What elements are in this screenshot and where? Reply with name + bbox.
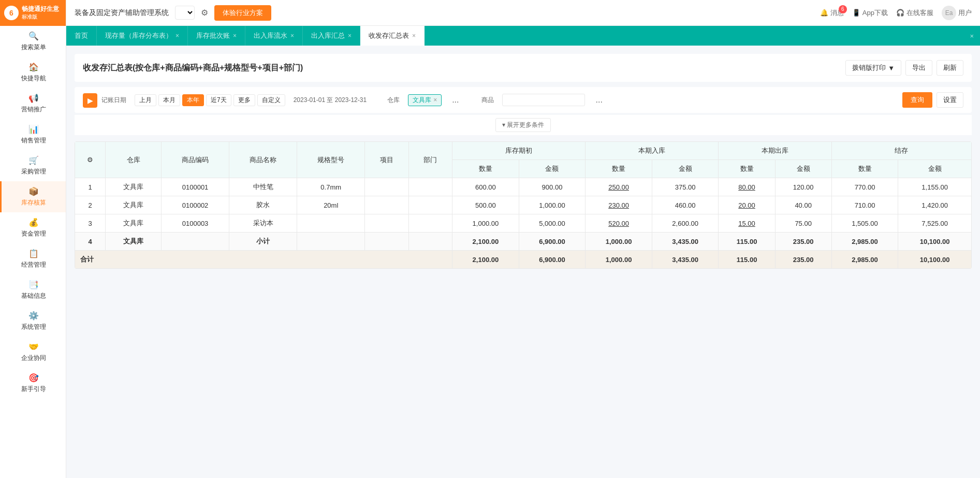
- query-button[interactable]: 查询: [902, 92, 932, 108]
- user-item[interactable]: Ea 用户: [942, 6, 972, 20]
- messages-item[interactable]: 🔔 消息 6: [820, 8, 844, 18]
- goods-input[interactable]: [502, 94, 585, 106]
- cell-open-qty: 600.00: [452, 178, 519, 196]
- cell-in-qty: 1,000.00: [586, 233, 652, 251]
- tab-close-inout-summary[interactable]: ×: [348, 32, 352, 39]
- headset-icon: 🎧: [896, 9, 904, 17]
- cell-in-qty[interactable]: 520.00: [586, 214, 652, 233]
- th-gear[interactable]: ⚙: [75, 142, 106, 178]
- cell-in-qty-link[interactable]: 520.00: [608, 220, 629, 227]
- expand-more-bar: ▾ 展开更多条件: [75, 115, 972, 135]
- th-goods-code: 商品编码: [162, 142, 229, 178]
- sidebar-item-label: 营销推广: [21, 105, 46, 114]
- tab-inout-flow[interactable]: 出入库流水 ×: [245, 26, 303, 46]
- tab-close-receipt-summary[interactable]: ×: [412, 32, 416, 39]
- sidebar-item-guide[interactable]: 🎯 新手引导: [0, 368, 66, 399]
- filter-bar: ▶ 记账日期 上月 本月 本年 近7天 更多 自定义 2023-01-01 至 …: [75, 87, 972, 113]
- logo-title: 畅捷通好生意: [22, 5, 59, 13]
- cell-in-amt: 460.00: [652, 196, 719, 214]
- tabbar-close-btn[interactable]: ×: [963, 27, 980, 45]
- cell-bal-qty: 710.00: [831, 196, 898, 214]
- sidebar-item-finance[interactable]: 💰 资金管理: [0, 212, 66, 243]
- system-icon: ⚙️: [28, 311, 39, 321]
- print-button[interactable]: 拨销版打印 ▼: [845, 60, 901, 76]
- sidebar-item-collab[interactable]: 🤝 企业协同: [0, 337, 66, 368]
- th-group-opening: 库存期初: [452, 142, 586, 160]
- date-btn-this-month[interactable]: 本月: [158, 94, 180, 106]
- warehouse-tag-close[interactable]: ×: [433, 96, 437, 104]
- tab-home[interactable]: 首页: [66, 26, 97, 46]
- basicinfo-icon: 📑: [28, 280, 39, 289]
- footer-out-amt: 235.00: [775, 251, 831, 269]
- date-btn-last-month[interactable]: 上月: [135, 94, 156, 106]
- cell-in-qty[interactable]: 250.00: [586, 178, 652, 196]
- sidebar-item-system[interactable]: ⚙️ 系统管理: [0, 306, 66, 337]
- cell-in-amt: 3,435.00: [652, 233, 719, 251]
- main-area: 装备及固定资产辅助管理系统 ⚙ 体验行业方案 🔔 消息 6 📱 App下载 🎧 …: [66, 0, 980, 478]
- topbar-left: 装备及固定资产辅助管理系统 ⚙ 体验行业方案: [75, 5, 271, 21]
- tab-receipt-summary[interactable]: 收发存汇总表 ×: [360, 26, 425, 46]
- th-open-qty: 数量: [452, 160, 519, 178]
- sidebar-item-basicinfo[interactable]: 📑 基础信息: [0, 274, 66, 306]
- cell-goods-spec: 20ml: [297, 196, 365, 214]
- sidebar-item-purchase[interactable]: 🛒 采购管理: [0, 150, 66, 181]
- guide-icon: 🎯: [28, 373, 39, 383]
- sidebar-item-quicknav[interactable]: 🏠 快捷导航: [0, 57, 66, 88]
- date-btn-custom[interactable]: 自定义: [257, 94, 285, 106]
- date-btn-this-year[interactable]: 本年: [182, 94, 204, 106]
- settings-icon[interactable]: ⚙: [201, 8, 208, 18]
- tab-close-batch[interactable]: ×: [233, 32, 237, 39]
- table-settings-button[interactable]: 设置: [937, 92, 963, 108]
- cell-out-qty-link[interactable]: 20.00: [738, 201, 755, 209]
- cell-open-qty: 1,000.00: [452, 214, 519, 233]
- tab-batch[interactable]: 库存批次账 ×: [188, 26, 245, 46]
- sales-icon: 📊: [28, 124, 39, 134]
- sidebar-item-sales[interactable]: 📊 销售管理: [0, 119, 66, 150]
- sidebar-item-label: 经营管理: [21, 260, 46, 269]
- sidebar-item-inventory[interactable]: 📦 库存核算: [0, 181, 66, 212]
- sidebar-logo: 6 畅捷通好生意 标准版: [0, 0, 66, 26]
- cell-in-qty-link[interactable]: 230.00: [608, 201, 629, 209]
- phone-icon: 📱: [852, 9, 860, 17]
- th-group-out: 本期出库: [719, 142, 831, 160]
- sidebar-item-marketing[interactable]: 📢 营销推广: [0, 88, 66, 119]
- expand-more-button[interactable]: ▾ 展开更多条件: [495, 118, 551, 132]
- cell-project: [365, 233, 408, 251]
- marketing-icon: 📢: [28, 93, 39, 103]
- cell-out-qty[interactable]: 80.00: [719, 178, 775, 196]
- date-buttons: 上月 本月 本年 近7天 更多 自定义: [135, 94, 285, 106]
- warehouse-dots-button[interactable]: ...: [450, 94, 461, 106]
- tab-inventory-dist[interactable]: 现存量（库存分布表） ×: [97, 26, 188, 46]
- system-select[interactable]: [175, 6, 195, 20]
- online-service-item[interactable]: 🎧 在线客服: [896, 8, 933, 18]
- tab-close-inout-flow[interactable]: ×: [290, 32, 294, 39]
- system-name: 装备及固定资产辅助管理系统: [75, 8, 169, 18]
- cell-bal-qty: 770.00: [831, 178, 898, 196]
- refresh-button[interactable]: 刷新: [937, 60, 963, 76]
- date-btn-more[interactable]: 更多: [233, 94, 255, 106]
- sidebar-item-operations[interactable]: 📋 经营管理: [0, 243, 66, 274]
- cell-out-qty-link[interactable]: 80.00: [738, 183, 755, 191]
- th-bal-amt: 金额: [898, 160, 972, 178]
- cell-in-qty[interactable]: 230.00: [586, 196, 652, 214]
- app-download-item[interactable]: 📱 App下载: [852, 8, 888, 18]
- sidebar-item-search[interactable]: 🔍 搜索菜单: [0, 26, 66, 57]
- th-out-amt: 金额: [775, 160, 831, 178]
- date-btn-7days[interactable]: 近7天: [206, 94, 231, 106]
- export-button[interactable]: 导出: [905, 60, 932, 76]
- trial-button[interactable]: 体验行业方案: [214, 5, 271, 21]
- th-warehouse: 仓库: [106, 142, 162, 178]
- cell-out-qty-link[interactable]: 15.00: [738, 220, 755, 227]
- page-actions: 拨销版打印 ▼ 导出 刷新: [845, 60, 963, 76]
- tab-close-inventory-dist[interactable]: ×: [175, 32, 179, 39]
- cell-warehouse: 文具库: [106, 178, 162, 196]
- sidebar-item-label: 企业协同: [21, 354, 46, 363]
- tab-inout-summary[interactable]: 出入库汇总 ×: [303, 26, 360, 46]
- cell-open-amt: 6,900.00: [519, 233, 586, 251]
- cell-in-qty-link[interactable]: 250.00: [608, 183, 629, 191]
- goods-dots-button[interactable]: ...: [593, 94, 604, 106]
- cell-out-qty[interactable]: 15.00: [719, 214, 775, 233]
- sidebar-item-label: 采购管理: [21, 167, 46, 176]
- filter-collapse-button[interactable]: ▶: [83, 93, 97, 108]
- cell-out-qty[interactable]: 20.00: [719, 196, 775, 214]
